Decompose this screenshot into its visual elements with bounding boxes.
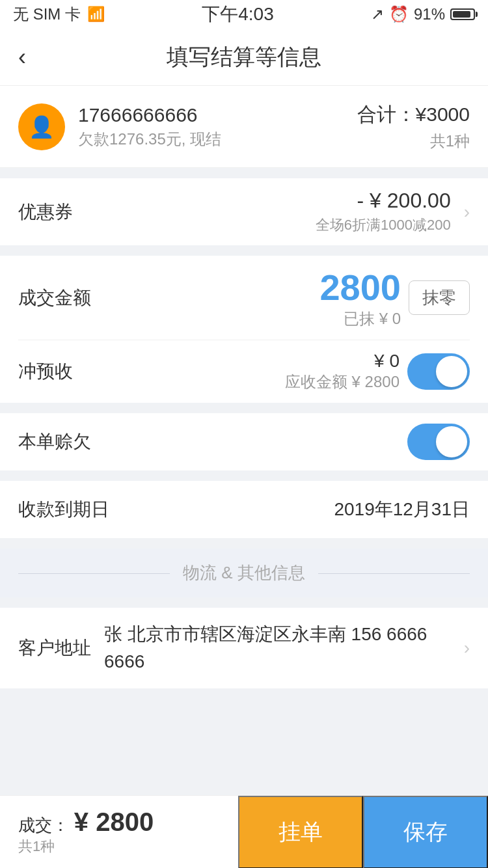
customer-card: 👤 17666666666 欠款1276.35元, 现结 合计：¥3000 共1…	[0, 86, 488, 168]
status-bar: 无 SIM 卡 📶 下午4:03 ↗ ⏰ 91%	[0, 0, 488, 29]
footer-count: 共1种	[18, 837, 238, 856]
debt-section: 本单赊欠	[0, 413, 488, 470]
customer-phone: 17666666666	[78, 104, 221, 126]
total-amount: 合计：¥3000	[357, 102, 470, 128]
alarm-icon: ⏰	[389, 5, 409, 23]
footer-deal-label: 成交：	[18, 815, 69, 835]
deal-amount-section: 成交金额 2800 已抹 ¥ 0 抹零 冲预收 ¥ 0 应收金额 ¥ 2800	[0, 256, 488, 403]
coupon-sub: 全场6折满1000减200	[316, 215, 451, 235]
debt-row: 本单赊欠	[18, 413, 470, 470]
debt-right	[407, 424, 470, 460]
wifi-icon: 📶	[87, 6, 105, 23]
deal-amount-label: 成交金额	[18, 286, 91, 310]
deal-amount-row: 成交金额 2800 已抹 ¥ 0 抹零	[18, 256, 470, 340]
divider-6	[0, 597, 488, 608]
battery-icon	[450, 8, 475, 20]
coupon-label: 优惠券	[18, 200, 73, 224]
coupon-row[interactable]: 优惠券 - ¥ 200.00 全场6折满1000减200 ›	[18, 178, 470, 245]
divider-4	[0, 470, 488, 481]
footer: 成交： ¥ 2800 共1种 挂单 保存	[0, 795, 488, 868]
zero-button[interactable]: 抹零	[409, 280, 470, 315]
due-date-value: 2019年12月31日	[334, 497, 470, 522]
customer-sub: 欠款1276.35元, 现结	[78, 129, 221, 150]
back-button[interactable]: ‹	[18, 44, 26, 71]
address-chevron-icon: ›	[464, 638, 470, 658]
prepay-label: 冲预收	[18, 359, 73, 384]
avatar-icon: 👤	[29, 115, 55, 139]
debt-toggle-knob	[436, 426, 467, 457]
prepay-right: ¥ 0 应收金额 ¥ 2800	[285, 351, 470, 392]
status-left: 无 SIM 卡 📶	[13, 4, 105, 25]
save-button[interactable]: 保存	[363, 796, 488, 869]
prepay-toggle[interactable]	[407, 353, 470, 390]
due-date-row: 收款到期日 2019年12月31日	[18, 481, 470, 538]
status-right: ↗ ⏰ 91%	[371, 5, 475, 23]
battery-label: 91%	[414, 5, 445, 23]
status-time: 下午4:03	[202, 2, 274, 27]
footer-summary: 成交： ¥ 2800 共1种	[0, 807, 238, 856]
nav-bar: ‹ 填写结算等信息	[0, 29, 488, 86]
address-section: 客户地址 张 北京市市辖区海淀区永丰南 156 6666 6666 ›	[0, 608, 488, 688]
logistics-separator: 物流 & 其他信息	[0, 549, 488, 597]
customer-info: 👤 17666666666 欠款1276.35元, 现结	[18, 103, 221, 150]
carrier-label: 无 SIM 卡	[13, 4, 81, 25]
location-icon: ↗	[371, 5, 384, 23]
total-count: 共1种	[357, 131, 470, 152]
divider-5	[0, 538, 488, 549]
deal-amount-right: 2800 已抹 ¥ 0 抹零	[319, 266, 470, 329]
coupon-right: - ¥ 200.00 全场6折满1000减200 ›	[316, 189, 470, 235]
address-value: 张 北京市市辖区海淀区永丰南 156 6666 6666	[104, 621, 459, 675]
deal-amount-value: 2800	[319, 266, 401, 308]
prepay-sub: 应收金额 ¥ 2800	[285, 372, 400, 392]
coupon-value: - ¥ 200.00	[316, 189, 451, 213]
divider-1	[0, 168, 488, 178]
divider-3	[0, 403, 488, 413]
hang-button[interactable]: 挂单	[238, 796, 363, 869]
due-date-label: 收款到期日	[18, 497, 109, 522]
divider-2	[0, 245, 488, 256]
address-row[interactable]: 客户地址 张 北京市市辖区海淀区永丰南 156 6666 6666 ›	[18, 608, 470, 688]
debt-label: 本单赊欠	[18, 429, 91, 454]
due-date-section: 收款到期日 2019年12月31日	[0, 481, 488, 538]
prepay-row: 冲预收 ¥ 0 应收金额 ¥ 2800	[18, 340, 470, 403]
debt-toggle[interactable]	[407, 424, 470, 460]
footer-deal-amount: ¥ 2800	[74, 807, 154, 836]
footer-deal-line: 成交： ¥ 2800	[18, 807, 238, 837]
logistics-label: 物流 & 其他信息	[170, 562, 318, 584]
chevron-right-icon: ›	[464, 202, 470, 223]
customer-total: 合计：¥3000 共1种	[357, 102, 470, 152]
address-label: 客户地址	[18, 636, 91, 660]
already-zeroed: 已抹 ¥ 0	[319, 308, 401, 329]
avatar: 👤	[18, 103, 65, 150]
prepay-value: ¥ 0	[285, 351, 400, 372]
coupon-section: 优惠券 - ¥ 200.00 全场6折满1000减200 ›	[0, 178, 488, 245]
toggle-knob	[436, 356, 467, 387]
page-title: 填写结算等信息	[167, 42, 321, 72]
customer-details: 17666666666 欠款1276.35元, 现结	[78, 104, 221, 150]
